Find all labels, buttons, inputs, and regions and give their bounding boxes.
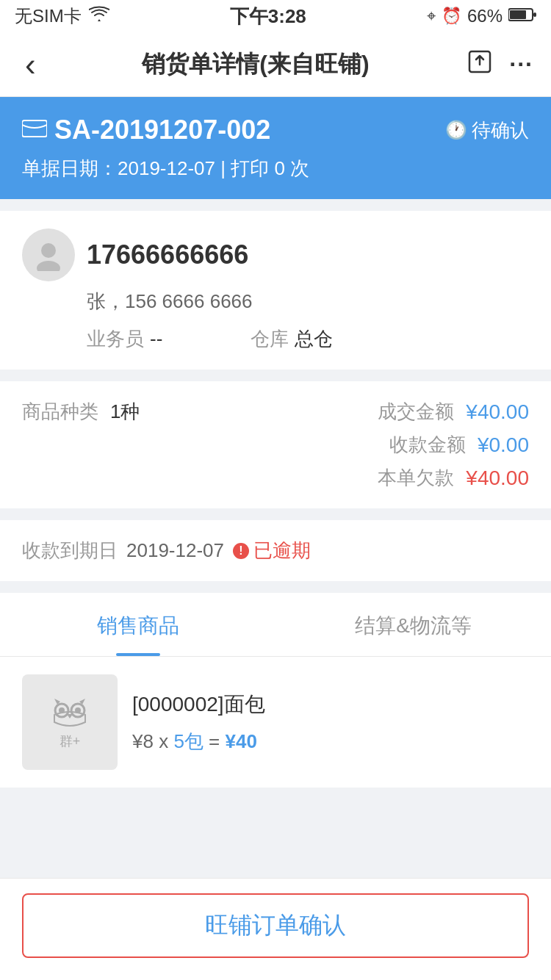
tabs-bar: 销售商品 结算&物流等 [0, 593, 551, 657]
location-icon: ⌖ [427, 7, 436, 26]
overdue-badge: ! 已逾期 [233, 538, 311, 563]
warehouse-meta: 仓库 总仓 [251, 326, 333, 352]
status-time: 下午3:28 [230, 4, 306, 29]
order-header: SA-20191207-002 🕐 待确认 单据日期：2019-12-07 | … [0, 97, 551, 199]
back-button[interactable]: ‹ [18, 39, 43, 90]
product-name: [0000002]面包 [132, 691, 529, 718]
confirm-button[interactable]: 旺铺订单确认 [22, 893, 529, 958]
sim-text: 无SIM卡 [15, 4, 82, 28]
deal-amount-value: ¥40.00 [466, 400, 529, 424]
customer-avatar [22, 228, 75, 281]
order-id: SA-20191207-002 [22, 115, 270, 145]
more-icon[interactable]: ··· [509, 51, 533, 78]
battery-icon [508, 6, 536, 26]
product-list: 群+ [0000002]面包 ¥8 x 5包 = ¥40 [0, 657, 551, 788]
tab-sales-products[interactable]: 销售商品 [0, 593, 276, 656]
customer-section: 17666666666 张，156 6666 6666 业务员 -- 仓库 总仓 [0, 211, 551, 370]
customer-meta: 业务员 -- 仓库 总仓 [87, 326, 529, 352]
deal-amount-row: 成交金额 ¥40.00 [378, 399, 529, 425]
summary-section: 商品种类 1种 成交金额 ¥40.00 收款金额 ¥0.00 本单欠款 ¥40.… [0, 381, 551, 508]
bottom-bar: 旺铺订单确认 [0, 878, 551, 980]
owed-amount-row: 本单欠款 ¥40.00 [378, 465, 529, 491]
owed-amount-value: ¥40.00 [466, 466, 529, 490]
customer-phone: 17666666666 [87, 239, 248, 270]
order-status: 🕐 待确认 [445, 118, 529, 143]
receipt-amount-value: ¥0.00 [478, 433, 529, 457]
amount-summary: 成交金额 ¥40.00 收款金额 ¥0.00 本单欠款 ¥40.00 [378, 399, 529, 491]
product-type: 商品种类 1种 [22, 399, 140, 425]
receipt-amount-row: 收款金额 ¥0.00 [389, 432, 529, 458]
status-bar: 无SIM卡 下午3:28 ⌖ ⏰ 66% [0, 0, 551, 32]
status-right: ⌖ ⏰ 66% [427, 6, 536, 26]
tab-settlement[interactable]: 结算&物流等 [276, 593, 551, 656]
alarm-icon: ⏰ [442, 7, 461, 26]
svg-rect-2 [533, 12, 536, 17]
product-thumbnail: 群+ [22, 674, 118, 770]
overdue-text: 已逾期 [253, 538, 311, 563]
sales-meta: 业务员 -- [87, 326, 162, 352]
page-title: 销货单详情(来自旺铺) [43, 48, 469, 81]
clock-icon: 🕐 [445, 120, 467, 140]
status-left: 无SIM卡 [15, 4, 109, 28]
wifi-icon [89, 6, 109, 26]
order-icon [22, 118, 47, 143]
product-price-line: ¥8 x 5包 = ¥40 [132, 729, 529, 754]
customer-name: 张，156 6666 6666 [87, 289, 529, 314]
product-item: 群+ [0000002]面包 ¥8 x 5包 = ¥40 [0, 657, 551, 788]
order-date-line: 单据日期：2019-12-07 | 打印 0 次 [22, 156, 529, 181]
product-total: ¥40 [226, 730, 257, 752]
svg-point-6 [37, 261, 60, 271]
battery-text: 66% [467, 6, 503, 26]
svg-point-5 [41, 243, 56, 258]
svg-rect-1 [510, 10, 526, 19]
due-section: 收款到期日 2019-12-07 ! 已逾期 [0, 520, 551, 581]
share-icon[interactable] [468, 50, 491, 79]
product-qty: 5包 [173, 730, 203, 752]
overdue-icon: ! [233, 543, 249, 559]
nav-bar: ‹ 销货单详情(来自旺铺) ··· [0, 32, 551, 97]
tabs-section: 销售商品 结算&物流等 [0, 593, 551, 788]
thumb-plus-text: 群+ [60, 732, 81, 750]
nav-actions: ··· [468, 50, 533, 79]
product-info: [0000002]面包 ¥8 x 5包 = ¥40 [132, 691, 529, 754]
due-date-value: 2019-12-07 [126, 539, 224, 562]
